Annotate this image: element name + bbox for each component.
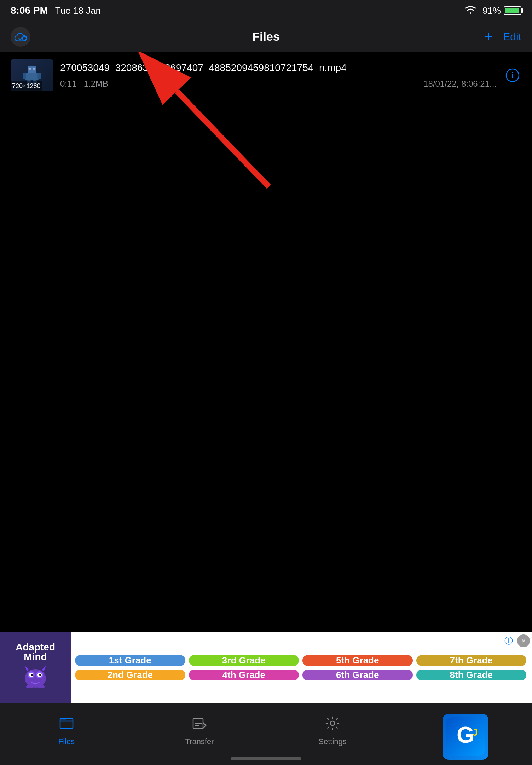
empty-row xyxy=(0,328,532,374)
grade-1st-button[interactable]: 1st Grade xyxy=(75,655,185,666)
empty-row xyxy=(0,144,532,190)
file-name: 270053049_3208639552697407_4885209459810… xyxy=(60,62,497,74)
svg-rect-4 xyxy=(25,73,38,80)
svg-point-27 xyxy=(330,721,335,725)
svg-rect-2 xyxy=(29,68,31,70)
file-date: 18/01/22, 8:06:21... xyxy=(423,79,497,89)
brand-logo-area: G J xyxy=(399,709,532,760)
nav-left xyxy=(11,27,30,47)
grade-7th-button[interactable]: 7th Grade xyxy=(416,655,527,666)
grade-8th-button[interactable]: 8th Grade xyxy=(416,670,527,680)
empty-row xyxy=(0,190,532,236)
status-date: Tue 18 Jan xyxy=(55,5,101,16)
file-duration: 0:11 xyxy=(60,79,77,89)
grade-3rd-button[interactable]: 3rd Grade xyxy=(189,655,299,666)
settings-tab-icon xyxy=(325,715,340,734)
status-bar: 8:06 PM Tue 18 Jan 91% xyxy=(0,0,532,21)
ad-logo: Adapted Mind xyxy=(0,632,71,703)
svg-rect-6 xyxy=(37,73,41,79)
transfer-tab-icon xyxy=(192,715,207,734)
grade-6th-button[interactable]: 6th Grade xyxy=(302,670,413,680)
svg-point-19 xyxy=(39,674,41,676)
file-list: 720×1280 270053049_3208639552697407_4885… xyxy=(0,52,532,703)
svg-text:G: G xyxy=(457,722,474,748)
icloud-icon-button[interactable] xyxy=(11,27,30,47)
home-indicator xyxy=(231,757,301,760)
empty-row xyxy=(0,374,532,420)
edit-button[interactable]: Edit xyxy=(503,31,521,43)
grade-2nd-button[interactable]: 2nd Grade xyxy=(75,670,185,680)
tab-files[interactable]: Files xyxy=(0,715,133,753)
nav-title: Files xyxy=(252,30,279,44)
file-info-button[interactable]: i xyxy=(504,66,521,84)
svg-rect-5 xyxy=(23,73,26,79)
ad-grades-grid[interactable]: 1st Grade 3rd Grade 5th Grade 7th Grade … xyxy=(71,650,532,685)
empty-row xyxy=(0,98,532,144)
status-left: 8:06 PM Tue 18 Jan xyxy=(11,5,101,16)
nav-bar: Files + Edit xyxy=(0,21,532,52)
status-time: 8:06 PM xyxy=(11,5,48,16)
files-tab-label: Files xyxy=(58,737,75,746)
svg-point-18 xyxy=(31,674,33,676)
svg-text:J: J xyxy=(472,727,478,738)
file-thumbnail: 720×1280 xyxy=(11,59,53,91)
file-size: 1.2MB xyxy=(84,79,108,89)
battery-icon xyxy=(504,6,521,15)
svg-rect-3 xyxy=(33,68,35,70)
grade-5th-button[interactable]: 5th Grade xyxy=(302,655,413,666)
file-info: 270053049_3208639552697407_4885209459810… xyxy=(53,62,504,88)
grade-4th-button[interactable]: 4th Grade xyxy=(189,670,299,680)
svg-point-0 xyxy=(22,36,26,40)
tab-bar: Files Transfer Settings xyxy=(0,703,532,765)
transfer-tab-label: Transfer xyxy=(185,737,214,746)
battery-container: 91% xyxy=(482,5,521,16)
svg-point-13 xyxy=(25,669,46,688)
video-resolution: 720×1280 xyxy=(11,81,42,91)
ad-banner[interactable]: ⓘ × Adapted Mind xyxy=(0,632,532,703)
gadgets-logo: G J xyxy=(443,714,488,760)
empty-row xyxy=(0,282,532,328)
svg-text:i: i xyxy=(511,71,514,80)
nav-right: + Edit xyxy=(484,29,521,45)
settings-tab-label: Settings xyxy=(318,737,347,746)
ad-brand-name: Adapted Mind xyxy=(16,642,55,662)
empty-row xyxy=(0,236,532,282)
add-button[interactable]: + xyxy=(484,29,492,45)
ad-info-button[interactable]: ⓘ xyxy=(502,634,515,647)
tab-transfer[interactable]: Transfer xyxy=(133,715,266,753)
tab-settings[interactable]: Settings xyxy=(266,715,399,753)
status-right: 91% xyxy=(464,5,521,17)
battery-percent: 91% xyxy=(482,5,501,16)
file-item[interactable]: 720×1280 270053049_3208639552697407_4885… xyxy=(0,52,532,98)
file-meta: 0:11 1.2MB 18/01/22, 8:06:21... xyxy=(60,79,497,89)
ad-close-button[interactable]: × xyxy=(517,634,530,647)
files-tab-icon xyxy=(59,715,74,734)
ad-monster-icon xyxy=(21,663,50,693)
wifi-icon xyxy=(464,5,477,17)
